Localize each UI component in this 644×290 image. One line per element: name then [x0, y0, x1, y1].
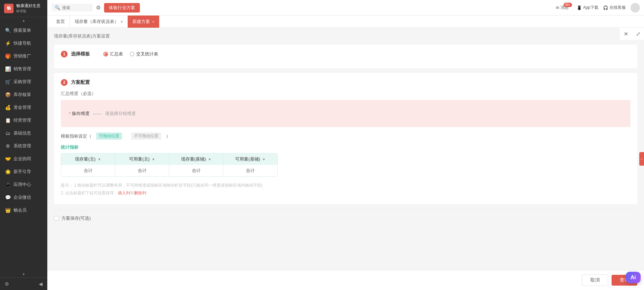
- stats-col-header-label-3: 可用量(基辅): [235, 156, 260, 162]
- service-icon: 🎧: [603, 5, 608, 10]
- sidebar-icon-finance-mgmt: 💰: [5, 104, 11, 111]
- sidebar-label-sales-mgmt: 销售管理: [14, 66, 31, 72]
- radio-cross[interactable]: 交叉统计表: [130, 51, 158, 57]
- messages-button[interactable]: ✉ 消息 99+: [556, 5, 569, 10]
- tab-home[interactable]: 首页: [51, 16, 70, 28]
- sidebar-icon-member: 👑: [5, 207, 11, 213]
- sidebar-label-wechat: 企业微信: [14, 194, 31, 200]
- settings-icon[interactable]: ⚙: [5, 281, 9, 287]
- stats-header-col-3[interactable]: 可用量(基辅)▼: [223, 153, 277, 165]
- sidebar-icon-marketing: 🎁: [5, 53, 11, 59]
- stats-col-header-label-1: 可用量(主): [129, 156, 150, 162]
- app-icon: 📱: [577, 5, 582, 10]
- sidebar-item-search-menu[interactable]: 🔍 搜索菜单: [0, 24, 47, 37]
- sidebar-item-wechat[interactable]: 💬 企业微信: [0, 191, 47, 204]
- gear-icon[interactable]: ⚙: [96, 4, 101, 11]
- not-draggable-tag: 不可拖动位置: [131, 132, 161, 140]
- tab-inventory-status[interactable]: 现存量（库存状况表） ×: [70, 16, 128, 28]
- stats-table: 现存量(主)▼可用量(主)▼现存量(基辅)▼可用量(基辅)▼ 合计合计合计合计: [61, 153, 278, 177]
- sidebar-item-member[interactable]: 👑 畅会员: [0, 204, 47, 217]
- stats-col-body-label-3: 合计: [246, 168, 255, 174]
- page-title: 现存量(库存状况表)方案设置: [54, 33, 637, 39]
- sidebar-item-sales-mgmt[interactable]: 📊 销售管理: [0, 63, 47, 75]
- cancel-button[interactable]: 取消: [582, 274, 608, 286]
- panel-close-button[interactable]: ✕: [620, 28, 632, 40]
- aggregate-dim-label: 汇总维度（必选）: [61, 91, 630, 97]
- sidebar-label-system-mgmt: 系统管理: [14, 143, 31, 149]
- sidebar-item-enterprise[interactable]: 🤝 企业协同: [0, 152, 47, 165]
- stats-col-dropdown-2[interactable]: ▼: [208, 158, 211, 161]
- radio-summary[interactable]: 汇总表: [103, 51, 123, 57]
- section-title-1: 选择模板: [71, 51, 90, 57]
- sidebar-label-new-guide: 新手引导: [14, 169, 31, 175]
- tab-new-plan[interactable]: 新建方案 ×: [128, 16, 159, 28]
- indicator-settings-suffix: ）: [166, 133, 170, 139]
- sidebar-item-quick-nav[interactable]: ⚡ 快捷导航: [0, 37, 47, 50]
- trial-button[interactable]: 体验行业方案: [104, 3, 140, 13]
- radio-cross-circle: [130, 52, 134, 56]
- dimension-placeholder: 请选择分组维度: [105, 111, 136, 117]
- sidebar-logo: 畅 畅康通好生意 标准版: [0, 0, 47, 17]
- template-options: 汇总表 交叉统计表: [103, 51, 158, 57]
- tab-new-plan-close[interactable]: ×: [152, 20, 154, 24]
- sidebar-icon-wechat: 💬: [5, 194, 11, 200]
- radio-cross-label: 交叉统计表: [136, 51, 158, 57]
- sidebar-item-purchase-mgmt[interactable]: 🛒 采购管理: [0, 75, 47, 88]
- stats-col-header-label-2: 现存量(基辅): [181, 156, 206, 162]
- search-input[interactable]: [62, 5, 89, 10]
- sidebar-label-enterprise: 企业协同: [14, 156, 31, 162]
- sidebar-item-system-mgmt[interactable]: ⚙ 系统管理: [0, 140, 47, 152]
- stats-col-body-label-2: 合计: [192, 168, 201, 174]
- sidebar-scroll-down[interactable]: ▼: [0, 271, 47, 277]
- panel-expand-button[interactable]: ⤢: [632, 28, 644, 40]
- sidebar-item-finance-mgmt[interactable]: 💰 资金管理: [0, 101, 47, 114]
- ai-fab-button[interactable]: Ai: [626, 272, 641, 283]
- right-collapse-button[interactable]: ›: [639, 152, 644, 166]
- stats-col-dropdown-0[interactable]: ▼: [98, 158, 101, 161]
- sidebar-item-inventory[interactable]: 📦 库存核算: [0, 88, 47, 101]
- app-download-button[interactable]: 📱 App下载: [577, 5, 598, 10]
- stats-header-col-2[interactable]: 现存量(基辅)▼: [169, 153, 223, 165]
- user-avatar[interactable]: [630, 3, 640, 13]
- message-icon: ✉: [556, 5, 559, 10]
- radio-summary-circle: [103, 52, 108, 56]
- app-download-label: App下载: [583, 5, 598, 10]
- section-num-1: 1: [61, 51, 68, 57]
- save-checkbox[interactable]: [54, 216, 59, 221]
- sidebar-label-inventory: 库存核算: [14, 92, 31, 98]
- stats-col-dropdown-1[interactable]: ▼: [152, 158, 155, 161]
- search-box[interactable]: 🔍: [51, 4, 93, 11]
- tab-inventory-close[interactable]: ×: [121, 20, 123, 24]
- radio-summary-label: 汇总表: [110, 51, 123, 57]
- app-name: 畅康通好生意: [16, 3, 41, 9]
- stats-col-header-label-0: 现存量(主): [75, 156, 96, 162]
- sidebar-item-marketing[interactable]: 🎁 营销推广: [0, 50, 47, 63]
- online-service-button[interactable]: 🎧 在线客服: [603, 5, 626, 10]
- sidebar-item-operations-mgmt[interactable]: 📋 经营管理: [0, 114, 47, 127]
- sidebar-scroll-up[interactable]: ▲: [0, 17, 47, 24]
- indicator-settings-row: 模板指标设定（ 可拖动位置 不可拖动位置 ）: [61, 132, 630, 140]
- topbar-right: ✉ 消息 99+ 📱 App下载 🎧 在线客服: [556, 3, 640, 13]
- stats-col-dropdown-3[interactable]: ▼: [262, 158, 266, 161]
- sidebar-item-basic-info[interactable]: 🗂 基础信息: [0, 127, 47, 140]
- sidebar-icon-purchase-mgmt: 🛒: [5, 79, 11, 85]
- sidebar-footer: ⚙ ◀: [0, 277, 47, 290]
- sidebar-item-new-guide[interactable]: 🌟 新手引导: [0, 165, 47, 178]
- stats-header-col-1[interactable]: 可用量(主)▼: [115, 153, 169, 165]
- sidebar-label-marketing: 营销推广: [14, 53, 31, 59]
- dimension-area[interactable]: * 纵向维度 —— 请选择分组维度: [61, 100, 630, 127]
- draggable-tag: 可拖动位置: [96, 132, 122, 140]
- dimension-dash: ——: [93, 111, 102, 116]
- indicator-settings-label: 模板指标设定（: [61, 133, 92, 139]
- section-title-2: 方案配置: [71, 79, 90, 86]
- main-area: 🔍 ⚙ 体验行业方案 ✉ 消息 99+ 📱 App下载 🎧 在线客服 首: [47, 0, 644, 290]
- sidebar-icon-system-mgmt: ⚙: [5, 143, 11, 149]
- sidebar-label-purchase-mgmt: 采购管理: [14, 79, 31, 85]
- section-template-header: 1 选择模板 汇总表 交叉统计表: [61, 51, 630, 57]
- collapse-icon[interactable]: ◀: [39, 281, 43, 287]
- sidebar-item-app-center[interactable]: 📱 应用中心: [0, 178, 47, 191]
- sidebar-label-basic-info: 基础信息: [14, 130, 31, 136]
- section-plan-config: 2 方案配置 汇总维度（必选） * 纵向维度 —— 请选择分组维度 模板指标设定…: [54, 73, 637, 204]
- tip-2: 2. 点击标题栏下拉可设置排序、插入列和删除列: [61, 190, 630, 196]
- stats-header-col-0[interactable]: 现存量(主)▼: [61, 153, 115, 165]
